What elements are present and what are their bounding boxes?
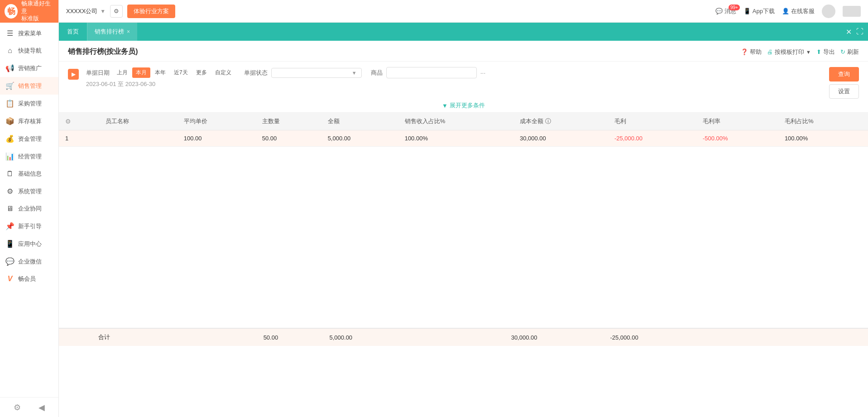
sidebar-item-inventory[interactable]: 📦 库存核算 xyxy=(0,112,58,130)
trial-button[interactable]: 体验行业方案 xyxy=(127,5,175,18)
basic-info-icon: 🗒 xyxy=(5,170,14,178)
tab-home[interactable]: 首页 xyxy=(59,23,87,41)
print-icon: 🖨 xyxy=(767,48,773,55)
user-avatar[interactable] xyxy=(822,5,835,18)
sales-ranking-table: ⚙ 员工名称 平均单价 主数量 全额 销售收入占比% 成本全额 ⓘ 毛利 毛利率… xyxy=(59,113,868,147)
online-service-button[interactable]: 👤 在线客服 xyxy=(782,7,815,15)
cell-employee-name xyxy=(99,130,177,147)
col-main-qty: 主数量 xyxy=(256,113,321,130)
table-body: 1 100.00 50.00 5,000.00 100.00% 30,000.0… xyxy=(59,130,868,147)
main-area: XXXXX公司 ▼ ⚙ 体验行业方案 💬 消息 99+ 📱 App下载 👤 在线… xyxy=(59,0,868,417)
member-icon: V xyxy=(5,275,14,283)
company-selector[interactable]: XXXXX公司 ▼ xyxy=(66,7,106,15)
settings-button[interactable]: 设置 xyxy=(829,84,859,99)
system-icon: ⚙ xyxy=(5,187,14,196)
sidebar-item-marketing[interactable]: 📢 营销推广 xyxy=(0,59,58,77)
sidebar-item-shortcut[interactable]: ⌂ 快捷导航 xyxy=(0,42,58,59)
sidebar: 畅 畅康通好生意 标准版 ☰ 搜索菜单 ⌂ 快捷导航 📢 营销推广 🛒 销售管理… xyxy=(0,0,59,417)
sidebar-item-purchase[interactable]: 📋 采购管理 xyxy=(0,95,58,112)
sidebar-item-app-center[interactable]: 📱 应用中心 xyxy=(0,235,58,253)
sidebar-collapse-icon[interactable]: ◀ xyxy=(38,403,45,412)
cell-rank: 1 xyxy=(59,130,99,147)
total-gross-margin xyxy=(703,329,785,346)
filter-fields: 单据日期 上月 本月 本年 近7天 更多 自定义 xyxy=(86,67,822,92)
sidebar-item-basic-info[interactable]: 🗒 基础信息 xyxy=(0,165,58,182)
goods-more-options[interactable]: ··· xyxy=(480,69,486,77)
message-button[interactable]: 💬 消息 99+ xyxy=(715,7,736,15)
filter-action-buttons: 查询 设置 xyxy=(829,67,859,99)
date-opt-more[interactable]: 更多 xyxy=(192,67,211,78)
sidebar-item-search[interactable]: ☰ 搜索菜单 xyxy=(0,24,58,42)
logo-text: 畅康通好生意 标准版 xyxy=(21,0,54,23)
col-settings: ⚙ xyxy=(59,113,99,130)
marketing-icon: 📢 xyxy=(5,64,14,72)
print-button[interactable]: 🖨 按模板打印 ▼ xyxy=(767,48,811,56)
export-icon: ⬆ xyxy=(816,48,821,55)
sidebar-item-system[interactable]: ⚙ 系统管理 xyxy=(0,182,58,200)
col-cost-total: 成本全额 ⓘ xyxy=(513,113,608,130)
tab-close-button[interactable]: × xyxy=(127,29,130,35)
sidebar-item-finance[interactable]: 💰 资金管理 xyxy=(0,130,58,148)
restore-window-icon[interactable]: ⛶ xyxy=(856,28,863,36)
table-wrapper: ⚙ 员工名称 平均单价 主数量 全额 销售收入占比% 成本全额 ⓘ 毛利 毛利率… xyxy=(59,113,868,147)
sidebar-item-operations[interactable]: 📊 经营管理 xyxy=(0,148,58,165)
cell-gross-margin: -500.00% xyxy=(696,130,778,147)
close-window-icon[interactable]: ✕ xyxy=(846,28,852,36)
sidebar-nav: ☰ 搜索菜单 ⌂ 快捷导航 📢 营销推广 🛒 销售管理 📋 采购管理 📦 库存核… xyxy=(0,23,58,397)
app-center-icon: 📱 xyxy=(5,240,14,248)
sidebar-item-guide[interactable]: 📌 新手引导 xyxy=(0,217,58,235)
enterprise-icon: 🖥 xyxy=(5,205,14,213)
sidebar-item-sales[interactable]: 🛒 销售管理 xyxy=(0,77,58,95)
operations-icon: 📊 xyxy=(5,152,14,161)
date-filter-group: 单据日期 上月 本月 本年 近7天 更多 自定义 xyxy=(86,67,235,78)
query-button[interactable]: 查询 xyxy=(829,67,859,81)
status-select[interactable]: ▼ xyxy=(271,68,362,78)
date-opt-this-year[interactable]: 本年 xyxy=(151,67,169,78)
empty-space xyxy=(59,147,868,328)
total-row: 合计 50.00 5,000.00 30,000.00 -25,000.00 xyxy=(59,329,868,346)
date-opt-this-month[interactable]: 本月 xyxy=(132,67,150,78)
app-download-button[interactable]: 📱 App下载 xyxy=(743,7,775,15)
sidebar-item-member[interactable]: V 畅会员 xyxy=(0,270,58,288)
export-button[interactable]: ⬆ 导出 xyxy=(816,48,835,56)
date-opt-last-month[interactable]: 上月 xyxy=(113,67,131,78)
col-avg-price: 平均单价 xyxy=(177,113,256,130)
total-total: 5,000.00 xyxy=(323,329,406,346)
total-table: 合计 50.00 5,000.00 30,000.00 -25,000.00 xyxy=(59,328,868,346)
company-name: XXXXX公司 xyxy=(66,7,97,15)
settings-gear-button[interactable]: ⚙ xyxy=(110,5,123,18)
tab-bar: 首页 销售排行榜 × ✕ ⛶ xyxy=(59,23,868,41)
cell-gp-pct: 100.00% xyxy=(778,130,868,147)
expand-more-label: 展开更多条件 xyxy=(450,101,485,110)
expand-more-row[interactable]: ▼ 展开更多条件 xyxy=(59,99,868,113)
finance-icon: 💰 xyxy=(5,134,14,143)
filter-bar: ▶ 单据日期 上月 本月 本年 近7天 更多 xyxy=(59,62,868,99)
total-gp-pct xyxy=(786,329,868,346)
tab-sales-ranking[interactable]: 销售排行榜 × xyxy=(87,23,137,41)
date-opt-7days[interactable]: 近7天 xyxy=(170,67,192,78)
tab-bar-right: ✕ ⛶ xyxy=(846,28,868,36)
refresh-button[interactable]: ↻ 刷新 xyxy=(840,48,859,56)
cell-main-qty: 50.00 xyxy=(256,130,321,147)
date-options: 上月 本月 本年 近7天 更多 自定义 xyxy=(113,67,235,78)
sidebar-item-enterprise[interactable]: 🖥 企业协同 xyxy=(0,200,58,217)
goods-input[interactable] xyxy=(386,67,477,78)
help-icon: ❓ xyxy=(741,48,748,55)
status-dropdown-arrow: ▼ xyxy=(352,70,357,76)
total-sales-pct xyxy=(406,329,505,346)
sidebar-item-wechat[interactable]: 💬 企业微信 xyxy=(0,253,58,270)
filter-expand-icon[interactable]: ▶ xyxy=(68,69,79,80)
status-filter-group: 单据状态 ▼ xyxy=(244,68,362,78)
help-button[interactable]: ❓ 帮助 xyxy=(741,48,762,56)
cell-cost-total: 30,000.00 xyxy=(513,130,608,147)
search-icon: ☰ xyxy=(5,29,14,38)
refresh-icon: ↻ xyxy=(840,48,845,55)
home-icon: ⌂ xyxy=(5,47,14,55)
filter-toggle-arrow[interactable]: ▶ xyxy=(68,69,79,80)
page-header: 销售排行榜(按业务员) ❓ 帮助 🖨 按模板打印 ▼ ⬆ 导出 xyxy=(59,41,868,62)
sidebar-settings-icon[interactable]: ⚙ xyxy=(14,403,21,412)
table-header: ⚙ 员工名称 平均单价 主数量 全额 销售收入占比% 成本全额 ⓘ 毛利 毛利率… xyxy=(59,113,868,130)
column-settings-icon[interactable]: ⚙ xyxy=(65,118,71,125)
expand-down-icon: ▼ xyxy=(442,102,448,109)
date-opt-custom[interactable]: 自定义 xyxy=(211,67,235,78)
